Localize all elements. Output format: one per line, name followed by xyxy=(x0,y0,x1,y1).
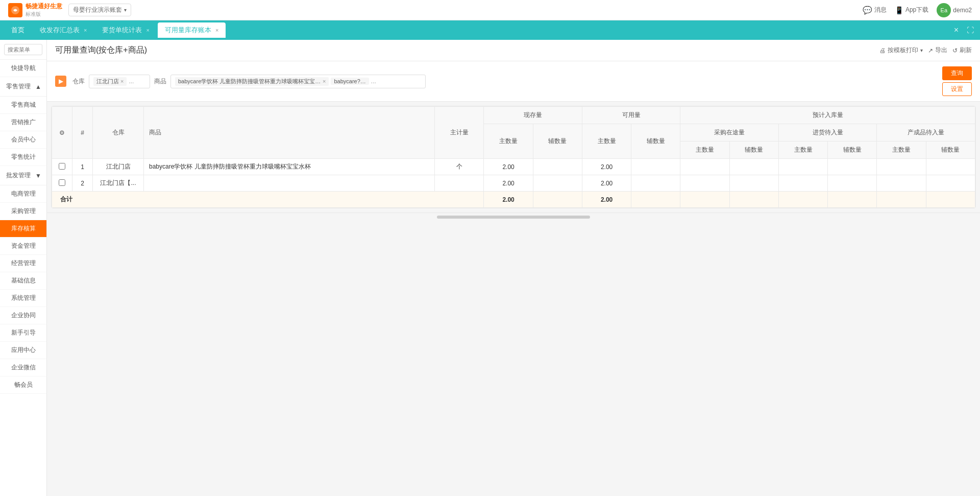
app-download-button[interactable]: 📱 App下载 xyxy=(895,6,928,14)
warehouse-filter-label: 仓库 xyxy=(72,77,85,86)
th-current-stock: 现存量 xyxy=(484,107,582,124)
print-button[interactable]: 🖨 按模板打印 ▾ xyxy=(879,46,923,55)
tab-available-inventory[interactable]: 可用量库存账本 × xyxy=(158,22,226,38)
sidebar-item-retail-management[interactable]: 零售管理 ▲ xyxy=(0,77,46,97)
product-more-button[interactable]: ... xyxy=(371,78,376,85)
chevron-down-icon: ▾ xyxy=(124,7,127,13)
sidebar-item-quick-nav[interactable]: 快捷导航 xyxy=(0,60,46,77)
th-product: 商品 xyxy=(144,107,435,159)
chevron-down-icon: ▼ xyxy=(35,172,41,179)
th-pp-aux: 辅数量 xyxy=(828,141,877,159)
message-button[interactable]: 💬 消息 xyxy=(863,6,887,15)
product-tag1-remove[interactable]: × xyxy=(323,78,326,84)
sidebar-item-inventory[interactable]: 库存核算 xyxy=(0,220,46,238)
sidebar-item-enterprise[interactable]: 企业协同 xyxy=(0,307,46,324)
th-row-num: # xyxy=(72,107,93,159)
sidebar-item-wholesale-management[interactable]: 批发管理 ▼ xyxy=(0,166,46,185)
tab-receive-close[interactable]: × xyxy=(84,27,87,33)
tab-receive-summary[interactable]: 收发存汇总表 × xyxy=(33,22,94,38)
sidebar-item-ecommerce[interactable]: 电商管理 xyxy=(0,185,46,203)
warehouse-more-button[interactable]: ... xyxy=(129,78,134,85)
sidebar-item-app-center[interactable]: 应用中心 xyxy=(0,342,46,359)
logo-main-text: 畅捷通好生意 xyxy=(26,2,62,11)
sidebar-item-member[interactable]: 畅会员 xyxy=(0,376,46,394)
cell-current-aux xyxy=(533,159,582,175)
footer-pp-main xyxy=(778,192,827,208)
table-row: 1 江北门店 babycare学饮杯 儿童防摔防撞吸管杯重力球吸嘴杯宝宝水杯 个… xyxy=(52,159,975,175)
tab-order-close[interactable]: × xyxy=(146,27,149,33)
sidebar-item-basic-info[interactable]: 基础信息 xyxy=(0,272,46,290)
print-label: 按模板打印 xyxy=(888,46,918,55)
cell-prod-main xyxy=(877,175,926,192)
cell-product xyxy=(144,175,435,192)
message-icon: 💬 xyxy=(863,6,872,15)
th-available-aux: 辅数量 xyxy=(631,124,680,159)
table-wrapper: ⚙ # 仓库 商品 主计量 现存量 可用量 预计入库量 主数量 辅数量 主数量 xyxy=(51,106,976,208)
nav-tabs: 首页 收发存汇总表 × 要货单统计表 × 可用量库存账本 × × ⛶ xyxy=(0,20,980,40)
cell-unit: 个 xyxy=(435,159,484,175)
search-input[interactable] xyxy=(4,44,42,55)
logo-text-area: 畅捷通好生意 标准版 xyxy=(26,2,62,18)
cell-checkbox[interactable] xyxy=(52,159,72,175)
sidebar-label-retail: 零售管理 xyxy=(6,82,31,91)
cell-pp-main xyxy=(778,159,827,175)
page-title: 可用量查询(按仓库+商品) xyxy=(55,45,147,56)
th-current-main: 主数量 xyxy=(484,124,533,159)
top-bar-right: 💬 消息 📱 App下载 Ea demo2 xyxy=(863,3,972,17)
logo-area: 畅捷通好生意 标准版 xyxy=(8,2,62,18)
industry-selector[interactable]: 母婴行业演示账套 ▾ xyxy=(68,4,131,16)
warehouse-tag-remove[interactable]: × xyxy=(120,78,124,84)
filter-area: ▶ 仓库 江北门店 × ... 商品 babycare学饮杯 儿童防摔防撞吸管杯… xyxy=(47,61,980,102)
avatar: Ea xyxy=(937,3,951,17)
footer-prod-aux xyxy=(926,192,975,208)
table-row: 2 江北门店【... 2.00 2.00 xyxy=(52,175,975,192)
expand-window-button[interactable]: ⛶ xyxy=(965,25,976,35)
tab-order-stats[interactable]: 要货单统计表 × xyxy=(95,22,156,38)
sidebar-item-finance[interactable]: 资金管理 xyxy=(0,238,46,255)
user-name: demo2 xyxy=(953,7,972,14)
setting-button[interactable]: 设置 xyxy=(942,82,972,96)
th-warehouse: 仓库 xyxy=(93,107,144,159)
chevron-up-icon: ▲ xyxy=(35,83,41,90)
footer-pp-aux xyxy=(828,192,877,208)
arrow-right-icon: ▶ xyxy=(59,78,63,85)
settings-icon[interactable]: ⚙ xyxy=(59,129,65,136)
cell-pp-aux xyxy=(828,159,877,175)
tab-available-close[interactable]: × xyxy=(215,27,218,33)
warehouse-filter-input[interactable]: 江北门店 × ... xyxy=(89,75,150,88)
sidebar-item-wechat-enterprise[interactable]: 企业微信 xyxy=(0,359,46,376)
cell-checkbox[interactable] xyxy=(52,175,72,192)
th-unit: 主计量 xyxy=(435,107,484,159)
footer-current-main: 2.00 xyxy=(484,192,533,208)
tab-home[interactable]: 首页 xyxy=(4,22,32,38)
cell-available-aux xyxy=(631,159,680,175)
sidebar-item-purchase[interactable]: 采购管理 xyxy=(0,203,46,220)
product-filter-input[interactable]: babycare学饮杯 儿童防摔防撞吸管杯重力球吸嘴杯宝宝水杯 × babyca… xyxy=(170,75,426,88)
sidebar-item-marketing[interactable]: 营销推广 xyxy=(0,114,46,131)
user-area[interactable]: Ea demo2 xyxy=(937,3,972,17)
app-download-label: App下载 xyxy=(905,6,928,14)
refresh-button[interactable]: ↺ 刷新 xyxy=(952,46,972,55)
page-header: 可用量查询(按仓库+商品) 🖨 按模板打印 ▾ ↗ 导出 ↺ 刷新 xyxy=(47,40,980,61)
cell-unit xyxy=(435,175,484,192)
query-button[interactable]: 查询 xyxy=(942,66,972,80)
cell-warehouse: 江北门店 xyxy=(93,159,144,175)
sidebar-item-retail-mall[interactable]: 零售商城 xyxy=(0,97,46,114)
filter-toggle-button[interactable]: ▶ xyxy=(55,76,66,87)
nav-tabs-end: × ⛶ xyxy=(952,25,976,36)
footer-pt-aux xyxy=(729,192,778,208)
product-tag-1: babycare学饮杯 儿童防摔防撞吸管杯重力球吸嘴杯宝宝水杯 × xyxy=(175,77,329,86)
scrollbar-thumb[interactable] xyxy=(437,216,590,219)
horizontal-scrollbar[interactable] xyxy=(47,212,980,221)
sidebar-item-member-center[interactable]: 会员中心 xyxy=(0,131,46,149)
sidebar-item-newbie[interactable]: 新手引导 xyxy=(0,324,46,342)
sidebar-item-operations[interactable]: 经营管理 xyxy=(0,255,46,272)
industry-label: 母婴行业演示账套 xyxy=(73,6,122,14)
sidebar-item-retail-stats[interactable]: 零售统计 xyxy=(0,149,46,166)
cell-pp-main xyxy=(778,175,827,192)
filter-group: 仓库 江北门店 × ... 商品 babycare学饮杯 儿童防摔防撞吸管杯重力… xyxy=(72,75,936,88)
export-button[interactable]: ↗ 导出 xyxy=(928,46,947,55)
sidebar-item-system[interactable]: 系统管理 xyxy=(0,290,46,307)
close-all-tabs-button[interactable]: × xyxy=(952,25,961,36)
th-settings: ⚙ xyxy=(52,107,72,159)
